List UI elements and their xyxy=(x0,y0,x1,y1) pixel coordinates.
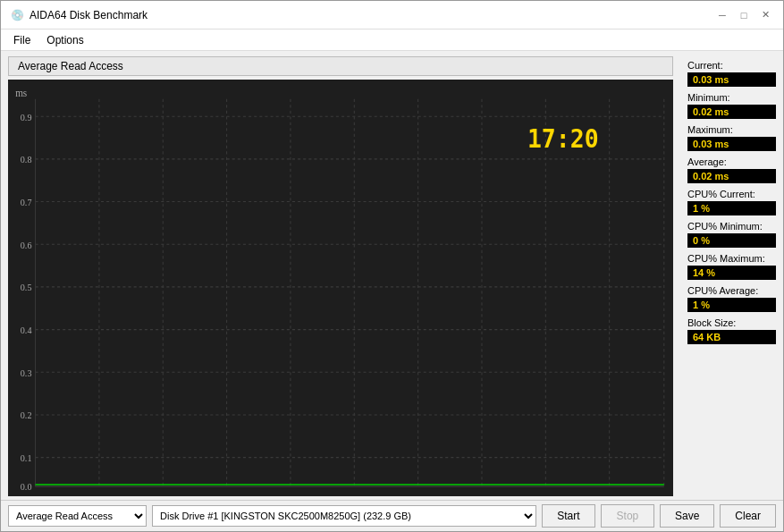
svg-text:0.6: 0.6 xyxy=(21,240,32,249)
maximize-button[interactable]: □ xyxy=(735,6,753,24)
svg-text:0.2: 0.2 xyxy=(21,410,32,420)
menu-bar: File Options xyxy=(1,30,783,51)
minimize-button[interactable]: ─ xyxy=(713,6,731,24)
title-bar: 💿 AIDA64 Disk Benchmark ─ □ ✕ xyxy=(1,1,783,30)
benchmark-select[interactable]: Average Read Access Sequential Read Sequ… xyxy=(8,505,147,527)
svg-text:ms: ms xyxy=(15,88,28,99)
current-label: Current: xyxy=(687,60,776,71)
cpu-minimum-value: 0 % xyxy=(687,233,776,248)
svg-text:17:20: 17:20 xyxy=(527,124,599,153)
save-button[interactable]: Save xyxy=(660,504,714,528)
chart-wrapper: ms 0.9 0.8 0.7 0.6 xyxy=(8,80,673,496)
cpu-current-label: CPU% Current: xyxy=(687,189,776,199)
close-button[interactable]: ✕ xyxy=(756,6,774,24)
average-value: 0.02 ms xyxy=(687,169,776,183)
menu-file[interactable]: File xyxy=(6,32,38,48)
chart-svg: ms 0.9 0.8 0.7 0.6 xyxy=(8,80,673,496)
svg-text:0.3: 0.3 xyxy=(21,367,32,377)
svg-text:0.5: 0.5 xyxy=(21,283,32,292)
cpu-maximum-value: 14 % xyxy=(687,266,776,280)
svg-text:0.8: 0.8 xyxy=(21,155,32,165)
block-size-value: 64 KB xyxy=(687,330,776,344)
start-button[interactable]: Start xyxy=(542,504,595,528)
average-label: Average: xyxy=(687,156,776,167)
svg-text:0.9: 0.9 xyxy=(21,112,32,122)
svg-text:0.0: 0.0 xyxy=(21,482,32,492)
block-size-label: Block Size: xyxy=(687,317,776,328)
title-bar-left: 💿 AIDA64 Disk Benchmark xyxy=(10,8,148,22)
app-icon: 💿 xyxy=(10,8,24,22)
stop-button[interactable]: Stop xyxy=(601,504,654,528)
bottom-bar: Average Read Access Sequential Read Sequ… xyxy=(1,500,783,531)
clear-button[interactable]: Clear xyxy=(720,504,776,528)
main-window: 💿 AIDA64 Disk Benchmark ─ □ ✕ File Optio… xyxy=(0,0,784,532)
maximum-value: 0.03 ms xyxy=(687,137,776,151)
svg-text:0.7: 0.7 xyxy=(21,198,32,207)
svg-text:0.1: 0.1 xyxy=(21,453,32,463)
minimum-value: 0.02 ms xyxy=(687,105,776,119)
cpu-minimum-label: CPU% Minimum: xyxy=(687,221,776,232)
chart-title: Average Read Access xyxy=(8,56,673,76)
cpu-current-value: 1 % xyxy=(687,201,776,215)
minimum-label: Minimum: xyxy=(687,92,776,103)
title-controls: ─ □ ✕ xyxy=(713,6,774,24)
cpu-average-label: CPU% Average: xyxy=(687,285,776,296)
window-title: AIDA64 Disk Benchmark xyxy=(30,9,148,21)
main-content: Average Read Access ms 0.9 0.8 xyxy=(1,51,783,500)
cpu-maximum-label: CPU% Maximum: xyxy=(687,253,776,264)
maximum-label: Maximum: xyxy=(687,124,776,135)
menu-options[interactable]: Options xyxy=(39,32,90,48)
chart-area: Average Read Access ms 0.9 0.8 xyxy=(1,51,680,500)
sidebar: Current: 0.03 ms Minimum: 0.02 ms Maximu… xyxy=(680,51,783,500)
drive-select[interactable]: Disk Drive #1 [KINGSTON SKC2500M8250G] (… xyxy=(152,505,536,527)
cpu-average-value: 1 % xyxy=(687,298,776,312)
svg-text:0.4: 0.4 xyxy=(21,325,32,335)
current-value: 0.03 ms xyxy=(687,72,776,87)
